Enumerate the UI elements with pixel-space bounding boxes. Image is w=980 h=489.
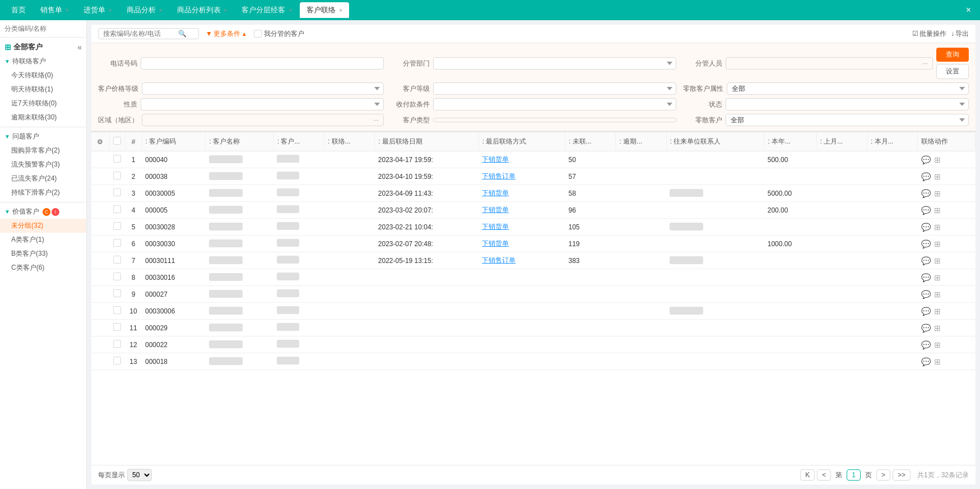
sidebar-item-class-a[interactable]: A类客户(1) <box>0 233 86 247</box>
nav-home[interactable]: 首页 <box>4 5 32 15</box>
row-checkbox[interactable] <box>113 273 121 280</box>
sidebar-item-churn-warning[interactable]: 流失预警客户(3) <box>0 158 86 172</box>
select-all-checkbox[interactable] <box>113 137 121 145</box>
row-checkbox[interactable] <box>113 239 121 247</box>
filter-gender-select[interactable] <box>141 98 384 110</box>
window-close-button[interactable]: × <box>962 5 976 15</box>
nav-tab-customer-segment[interactable]: 客户分层经客 × <box>235 2 299 18</box>
contact-action-icon[interactable]: 💬 <box>921 206 931 215</box>
close-icon[interactable]: × <box>339 7 342 13</box>
more-action-icon[interactable]: ⊞ <box>934 340 941 349</box>
more-action-icon[interactable]: ⊞ <box>934 172 941 181</box>
nav-tab-sales[interactable]: 销售单 × <box>34 2 76 18</box>
last-page-button[interactable]: >> <box>893 469 911 481</box>
more-action-icon[interactable]: ⊞ <box>934 273 941 282</box>
contact-action-icon[interactable]: 💬 <box>921 223 931 232</box>
filter-customer-type-input[interactable] <box>433 118 676 122</box>
filter-payment-select[interactable] <box>433 98 676 110</box>
filter-staff-input[interactable]: ··· <box>726 57 933 70</box>
group-pending-contact[interactable]: ▼ 待联络客户 <box>0 54 86 68</box>
reset-button[interactable]: 设置 <box>936 64 969 79</box>
sidebar-item-7days-pending[interactable]: 近7天待联络(0) <box>0 96 86 110</box>
row-checkbox[interactable] <box>113 188 121 196</box>
close-icon[interactable]: × <box>66 7 69 13</box>
row-checkbox[interactable] <box>113 340 121 348</box>
contact-action-icon[interactable]: 💬 <box>921 256 931 265</box>
row-checkbox[interactable] <box>113 306 121 314</box>
row-checkbox[interactable] <box>113 205 121 213</box>
th-settings[interactable]: ⚙ <box>91 132 109 151</box>
nav-tab-analysis-list[interactable]: 商品分析列表 × <box>170 2 234 18</box>
row-checkbox[interactable] <box>113 357 121 365</box>
all-customers-header[interactable]: ⊞ 全部客户 « <box>0 38 86 54</box>
filter-retail-attr-select[interactable]: 全部 <box>727 82 969 95</box>
more-action-icon[interactable]: ⊞ <box>934 189 941 198</box>
query-button[interactable]: 查询 <box>936 48 969 62</box>
collapse-icon[interactable]: « <box>77 43 82 52</box>
my-customers-checkbox[interactable]: 我分管的客户 <box>254 29 304 39</box>
contact-action-icon[interactable]: 💬 <box>921 340 931 349</box>
close-icon[interactable]: × <box>224 7 227 13</box>
batch-operation-button[interactable]: ☑ 批量操作 <box>912 29 946 39</box>
row-checkbox[interactable] <box>113 289 121 297</box>
more-action-icon[interactable]: ⊞ <box>934 256 941 265</box>
more-action-icon[interactable]: ⊞ <box>934 239 941 248</box>
row-checkbox[interactable] <box>113 323 121 331</box>
filter-phone-input[interactable] <box>141 57 384 70</box>
contact-action-icon[interactable]: 💬 <box>921 172 931 181</box>
contact-action-icon[interactable]: 💬 <box>921 290 931 299</box>
more-action-icon[interactable]: ⊞ <box>934 357 941 366</box>
group-problem-customers[interactable]: ▼ 问题客户 <box>0 130 86 144</box>
group-value-customers[interactable]: ▼ 价值客户 C ! <box>0 205 86 219</box>
contact-action-icon[interactable]: 💬 <box>921 239 931 248</box>
sidebar-search-input[interactable] <box>4 25 87 33</box>
sidebar-item-overdue-pending[interactable]: 逾期未联络(30) <box>0 110 86 124</box>
contact-action-icon[interactable]: 💬 <box>921 273 931 282</box>
row-checkbox[interactable] <box>113 155 121 163</box>
sidebar-item-ungrouped[interactable]: 未分组(32) <box>0 219 86 233</box>
row-checkbox[interactable] <box>113 222 121 230</box>
more-action-icon[interactable]: ⊞ <box>934 155 941 164</box>
more-action-icon[interactable]: ⊞ <box>934 324 941 333</box>
prev-page-button[interactable]: < <box>817 469 831 481</box>
filter-retail-customer-select[interactable]: 全部 <box>726 114 969 126</box>
row-checkbox[interactable] <box>113 172 121 179</box>
sidebar-item-today-pending[interactable]: 今天待联络(0) <box>0 68 86 82</box>
contact-action-icon[interactable]: 💬 <box>921 307 931 316</box>
contact-action-icon[interactable]: 💬 <box>921 357 931 366</box>
per-page-select[interactable]: 50 <box>127 469 152 481</box>
checkbox-icon[interactable] <box>254 30 262 38</box>
sidebar-item-declining[interactable]: 持续下滑客户(2) <box>0 186 86 200</box>
sidebar-item-class-c[interactable]: C类客户(6) <box>0 261 86 275</box>
filter-status-select[interactable] <box>726 98 969 110</box>
filter-customer-grade-select[interactable] <box>433 82 676 95</box>
more-action-icon[interactable]: ⊞ <box>934 206 941 215</box>
close-icon[interactable]: × <box>159 7 162 13</box>
contact-action-icon[interactable]: 💬 <box>921 155 931 164</box>
filter-region-input[interactable]: ··· <box>142 114 384 126</box>
more-action-icon[interactable]: ⊞ <box>934 223 941 232</box>
nav-tab-analysis[interactable]: 商品分析 × <box>120 2 169 18</box>
nav-tab-purchase[interactable]: 进货单 × <box>77 2 119 18</box>
first-page-button[interactable]: K <box>800 469 815 481</box>
contact-action-icon[interactable]: 💬 <box>921 324 931 333</box>
sidebar-item-class-b[interactable]: B类客户(33) <box>0 247 86 261</box>
sidebar-item-churned[interactable]: 已流失客户(24) <box>0 172 86 186</box>
sidebar-item-tomorrow-pending[interactable]: 明天待联络(1) <box>0 82 86 96</box>
filter-dept-select[interactable] <box>433 57 676 70</box>
contact-action-icon[interactable]: 💬 <box>921 189 931 198</box>
row-checkbox[interactable] <box>113 256 121 264</box>
table-row: 10 00030006 某商 某联3 💬 ⊞ <box>91 303 976 320</box>
filter-price-grade-select[interactable] <box>142 82 384 95</box>
next-page-button[interactable]: > <box>876 469 890 481</box>
close-icon[interactable]: × <box>109 7 112 13</box>
search-icon[interactable]: 🔍 <box>178 30 187 38</box>
close-icon[interactable]: × <box>289 7 292 13</box>
more-conditions-button[interactable]: ▼ 更多条件 ▲ <box>206 29 247 39</box>
export-button[interactable]: ↓ 导出 <box>951 29 969 39</box>
nav-tab-customer-contact[interactable]: 客户联络 × <box>300 2 349 18</box>
more-action-icon[interactable]: ⊞ <box>934 307 941 316</box>
sidebar-item-hoard-abnormal[interactable]: 囤购异常客户(2) <box>0 144 86 158</box>
customer-search-input[interactable] <box>103 30 176 38</box>
more-action-icon[interactable]: ⊞ <box>934 290 941 299</box>
